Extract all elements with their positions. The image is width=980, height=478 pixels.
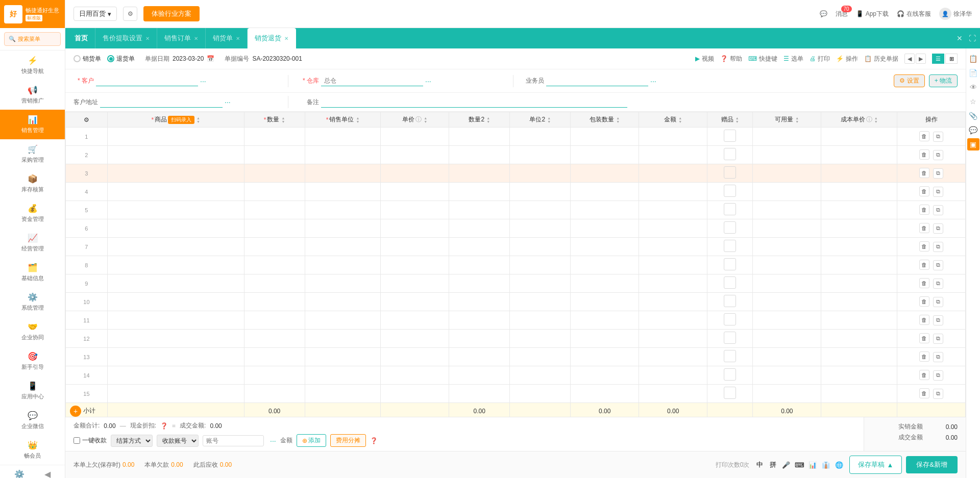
unit-price-cell[interactable] <box>381 219 449 238</box>
topbar-settings-button[interactable]: ⚙ <box>123 7 137 21</box>
amount-cell[interactable] <box>639 330 707 348</box>
next-record-button[interactable]: ▶ <box>916 54 926 64</box>
tool-icon-1[interactable]: 中 <box>753 459 766 471</box>
cost-price-cell[interactable] <box>821 385 897 403</box>
operate-action-button[interactable]: ⚡ 操作 <box>836 55 858 63</box>
unit2-cell[interactable] <box>510 128 571 146</box>
delete-row-button[interactable]: 🗑 <box>919 296 929 307</box>
copy-row-button[interactable]: ⧉ <box>933 132 943 142</box>
amount-cell[interactable] <box>639 146 707 164</box>
delete-row-button[interactable]: 🗑 <box>919 131 929 141</box>
tab-sales-return[interactable]: 销货退货 ✕ <box>248 28 296 48</box>
unit-price-cell[interactable] <box>381 385 449 403</box>
amount-cell[interactable] <box>639 366 707 385</box>
delete-row-button[interactable]: 🗑 <box>919 149 929 160</box>
sales-unit-cell[interactable] <box>305 256 381 274</box>
available-cell[interactable] <box>753 366 821 385</box>
available-cell[interactable] <box>753 219 821 238</box>
sales-unit-cell[interactable] <box>305 385 381 403</box>
gift-cell[interactable] <box>707 385 753 403</box>
product-cell[interactable] <box>107 293 244 311</box>
right-panel-bookmark-icon[interactable]: ☆ <box>967 95 979 108</box>
quantity2-cell[interactable] <box>449 348 510 366</box>
product-cell[interactable] <box>107 274 244 293</box>
sidebar-item-guide[interactable]: 🎯 新手引导 <box>0 346 65 376</box>
product-cell[interactable] <box>107 219 244 238</box>
sales-unit-cell[interactable] <box>305 293 381 311</box>
tool-icon-4[interactable]: ⌨ <box>793 459 805 471</box>
quantity-cell[interactable] <box>244 293 305 311</box>
cost-price-cell[interactable] <box>821 330 897 348</box>
gift-cell[interactable] <box>707 201 753 219</box>
quantity2-cell[interactable] <box>449 274 510 293</box>
sidebar-item-enterprise[interactable]: 🤝 企业协同 <box>0 317 65 346</box>
sales-unit-cell[interactable] <box>305 201 381 219</box>
sales-unit-cell[interactable] <box>305 219 381 238</box>
copy-row-button[interactable]: ⧉ <box>933 168 943 179</box>
save-draft-button[interactable]: 保存草稿 ▲ <box>849 456 902 474</box>
cost-price-cell[interactable] <box>821 146 897 164</box>
sidebar-item-marketing[interactable]: 📢 营销推广 <box>0 80 65 110</box>
amount-cell[interactable] <box>639 219 707 238</box>
available-cell[interactable] <box>753 128 821 146</box>
tab-home[interactable]: 首页 <box>67 28 95 48</box>
tab-price-setup[interactable]: 售价提取设置 ✕ <box>95 28 157 48</box>
delete-row-button[interactable]: 🗑 <box>919 205 929 215</box>
tool-icon-2[interactable]: 拼 <box>767 459 779 471</box>
copy-row-button[interactable]: ⧉ <box>933 187 943 197</box>
quantity2-cell[interactable] <box>449 146 510 164</box>
save-new-button[interactable]: 保存&新增 <box>906 456 958 473</box>
delete-row-button[interactable]: 🗑 <box>919 333 929 343</box>
gift-checkbox[interactable] <box>724 203 736 215</box>
sidebar-item-sales[interactable]: 📊 销售管理 <box>0 110 65 139</box>
unit2-cell[interactable] <box>510 183 571 201</box>
cost-price-info-icon[interactable]: ⓘ <box>866 115 872 124</box>
video-action-button[interactable]: ▶ 视频 <box>695 55 714 63</box>
gift-checkbox[interactable] <box>724 221 736 234</box>
quantity-cell[interactable] <box>244 183 305 201</box>
gift-cell[interactable] <box>707 128 753 146</box>
sidebar-item-shortcut[interactable]: ⚡ 快捷导航 <box>0 51 65 80</box>
product-input[interactable] <box>112 170 240 177</box>
setup-button[interactable]: ⚙ 设置 <box>894 74 924 87</box>
right-panel-notes-icon[interactable]: 📋 <box>967 53 979 65</box>
copy-row-button[interactable]: ⧉ <box>933 279 943 289</box>
sales-unit-cell[interactable] <box>305 348 381 366</box>
available-cell[interactable] <box>753 238 821 256</box>
pack-quantity-cell[interactable] <box>571 385 639 403</box>
gift-checkbox[interactable] <box>724 368 736 381</box>
unit2-cell[interactable] <box>510 256 571 274</box>
unit-price-cell[interactable] <box>381 274 449 293</box>
unit2-cell[interactable] <box>510 385 571 403</box>
delete-row-button[interactable]: 🗑 <box>919 388 929 398</box>
product-sort-arrows[interactable]: ▲ ▼ <box>197 116 200 123</box>
prev-record-button[interactable]: ◀ <box>904 54 915 64</box>
pack-quantity-cell[interactable] <box>571 128 639 146</box>
app-download-button[interactable]: 📱 App下载 <box>856 10 889 18</box>
pack-quantity-cell[interactable] <box>571 366 639 385</box>
gift-checkbox[interactable] <box>724 350 736 362</box>
copy-row-button[interactable]: ⧉ <box>933 297 943 307</box>
sales-unit-cell[interactable] <box>305 164 381 183</box>
gift-cell[interactable] <box>707 219 753 238</box>
quantity-cell[interactable] <box>244 385 305 403</box>
collapse-sidebar-icon[interactable]: ◀ <box>44 469 51 478</box>
available-cell[interactable] <box>753 146 821 164</box>
quantity2-cell[interactable] <box>449 256 510 274</box>
account-number-select[interactable]: 收款账号 <box>157 435 199 447</box>
quantity-cell[interactable] <box>244 146 305 164</box>
copy-row-button[interactable]: ⧉ <box>933 352 943 362</box>
one-click-pay-check[interactable] <box>74 437 80 444</box>
print-action-button[interactable]: 🖨 打印 <box>810 55 830 63</box>
unit2-cell[interactable] <box>510 330 571 348</box>
amount-cell[interactable] <box>639 348 707 366</box>
sales-unit-cell[interactable] <box>305 366 381 385</box>
copy-row-button[interactable]: ⧉ <box>933 205 943 215</box>
quantity-cell[interactable] <box>244 256 305 274</box>
quantity2-cell[interactable] <box>449 183 510 201</box>
pack-quantity-cell[interactable] <box>571 293 639 311</box>
gift-checkbox[interactable] <box>724 313 736 325</box>
search-menu-button[interactable]: 🔍 搜索菜单 <box>4 32 61 46</box>
unit-price-cell[interactable] <box>381 330 449 348</box>
quantity2-cell[interactable] <box>449 385 510 403</box>
